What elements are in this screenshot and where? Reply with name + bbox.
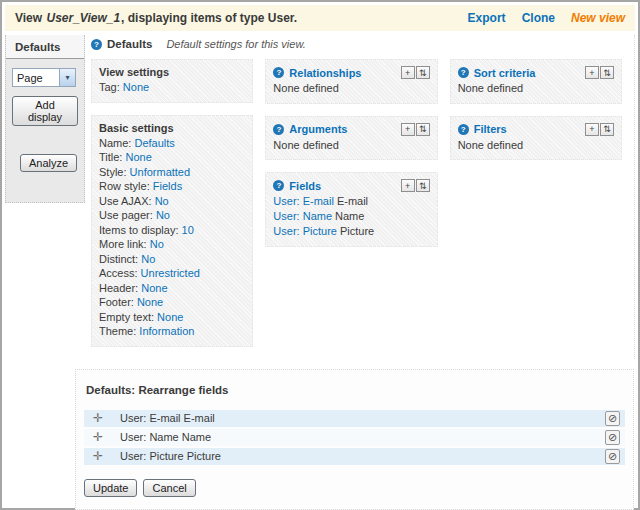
- setting-value-link[interactable]: Defaults: [134, 137, 174, 149]
- view-settings-box: View settings Tag: None: [91, 59, 253, 103]
- export-link[interactable]: Export: [468, 11, 506, 25]
- help-icon[interactable]: ?: [273, 124, 284, 135]
- defaults-heading: ? Defaults Default settings for this vie…: [91, 35, 622, 59]
- setting-value-link[interactable]: None: [141, 282, 167, 294]
- rearrange-relationships-button[interactable]: ⇅: [416, 66, 430, 79]
- new-view-link[interactable]: New view: [571, 11, 625, 25]
- tab-defaults[interactable]: Defaults: [6, 35, 84, 59]
- help-icon[interactable]: ?: [458, 124, 469, 135]
- view-name: User_View_1: [46, 11, 120, 25]
- rearrange-sorts-button[interactable]: ⇅: [600, 66, 614, 79]
- arguments-link[interactable]: Arguments: [289, 123, 347, 135]
- setting-value-link[interactable]: No: [155, 195, 169, 207]
- field-extra: Picture: [340, 225, 374, 237]
- setting-label: Distinct:: [99, 253, 138, 265]
- arguments-actions: + ⇅: [401, 123, 430, 136]
- sort-criteria-link[interactable]: Sort criteria: [474, 67, 536, 79]
- remove-field-button[interactable]: ⊘: [605, 411, 620, 426]
- view-title-bar: View User_View_1, displaying items of ty…: [5, 5, 635, 31]
- arguments-box: ? Arguments + ⇅ None defined: [265, 116, 437, 161]
- setting-value-link[interactable]: No: [150, 238, 164, 250]
- add-sort-button[interactable]: +: [585, 66, 599, 79]
- help-icon[interactable]: ?: [91, 39, 102, 50]
- setting-value-link[interactable]: Fields: [153, 180, 182, 192]
- drag-handle-icon[interactable]: ✛: [93, 430, 103, 445]
- update-button[interactable]: Update: [84, 479, 137, 497]
- column-1: View settings Tag: None Basic settings N…: [91, 59, 253, 359]
- drag-handle-icon[interactable]: ✛: [93, 411, 103, 426]
- field-link[interactable]: User: Picture: [273, 225, 337, 237]
- add-display-button[interactable]: Add display: [12, 96, 78, 126]
- setting-label: Use AJAX:: [99, 195, 152, 207]
- setting-value-link[interactable]: None: [157, 311, 183, 323]
- setting-label: Access:: [99, 267, 138, 279]
- view-settings-header: View settings: [99, 66, 245, 78]
- analyze-button[interactable]: Analyze: [20, 154, 77, 172]
- rearrange-row-label: User: Name Name: [120, 431, 211, 443]
- add-field-button[interactable]: +: [401, 179, 415, 192]
- setting-label: Tag:: [99, 81, 120, 93]
- column-3: ? Sort criteria + ⇅ None defined ?: [450, 59, 622, 359]
- setting-label: Style:: [99, 166, 127, 178]
- setting-value-link[interactable]: No: [141, 253, 155, 265]
- relationships-link[interactable]: Relationships: [289, 67, 361, 79]
- arguments-empty: None defined: [273, 138, 429, 153]
- setting-label: Empty text:: [99, 311, 154, 323]
- rearrange-row-label: User: E-mail E-mail: [120, 412, 215, 424]
- cancel-button[interactable]: Cancel: [143, 479, 195, 497]
- rearrange-row: ✛ User: E-mail E-mail ⊘: [84, 410, 625, 427]
- fields-link[interactable]: Fields: [289, 180, 321, 192]
- filters-link[interactable]: Filters: [474, 123, 507, 135]
- display-type-value: Page: [13, 72, 59, 84]
- remove-field-button[interactable]: ⊘: [605, 430, 620, 445]
- help-icon[interactable]: ?: [273, 67, 284, 78]
- setting-value-link[interactable]: 10: [182, 224, 194, 236]
- rearrange-panel-title: Defaults: Rearrange fields: [84, 378, 625, 410]
- field-link[interactable]: User: Name: [273, 210, 332, 222]
- relationships-header: ? Relationships + ⇅: [273, 66, 429, 79]
- add-relationship-button[interactable]: +: [401, 66, 415, 79]
- views-edit-page: View User_View_1, displaying items of ty…: [0, 0, 640, 510]
- filters-actions: + ⇅: [585, 123, 614, 136]
- setting-label: Items to display:: [99, 224, 178, 236]
- display-sidebar: Defaults Page ▾ Add display Analyze: [5, 35, 85, 203]
- sort-criteria-empty: None defined: [458, 81, 614, 96]
- help-icon[interactable]: ?: [458, 67, 469, 78]
- setting-row-distinct: Distinct: No: [99, 252, 245, 267]
- column-2: ? Relationships + ⇅ None defined ?: [265, 59, 437, 359]
- remove-field-button[interactable]: ⊘: [605, 449, 620, 464]
- clone-link[interactable]: Clone: [522, 11, 555, 25]
- filters-box: ? Filters + ⇅ None defined: [450, 116, 622, 161]
- rearrange-arguments-button[interactable]: ⇅: [416, 123, 430, 136]
- sort-criteria-header: ? Sort criteria + ⇅: [458, 66, 614, 79]
- setting-value-link[interactable]: Unrestricted: [141, 267, 200, 279]
- field-row-email: User: E-mailE-mail: [273, 194, 429, 209]
- setting-label: Title:: [99, 151, 122, 163]
- help-icon[interactable]: ?: [273, 180, 284, 191]
- display-type-select[interactable]: Page ▾: [12, 68, 76, 87]
- setting-row-style: Style: Unformatted: [99, 165, 245, 180]
- setting-value-link[interactable]: Unformatted: [130, 166, 191, 178]
- drag-handle-icon[interactable]: ✛: [93, 449, 103, 464]
- setting-label: Header:: [99, 282, 138, 294]
- setting-value-link[interactable]: None: [123, 81, 149, 93]
- setting-label: Row style:: [99, 180, 150, 192]
- field-link[interactable]: User: E-mail: [273, 195, 334, 207]
- setting-row-access: Access: Unrestricted: [99, 266, 245, 281]
- setting-value-link[interactable]: No: [156, 209, 170, 221]
- basic-settings-header: Basic settings: [99, 122, 245, 134]
- rearrange-row: ✛ User: Picture Picture ⊘: [84, 448, 625, 465]
- basic-settings-box: Basic settings Name: Defaults Title: Non…: [91, 115, 253, 347]
- setting-row-theme: Theme: Information: [99, 324, 245, 339]
- setting-value-link[interactable]: Information: [139, 325, 194, 337]
- defaults-heading-description: Default settings for this view.: [166, 38, 305, 50]
- rearrange-filters-button[interactable]: ⇅: [600, 123, 614, 136]
- add-argument-button[interactable]: +: [401, 123, 415, 136]
- setting-value-link[interactable]: None: [126, 151, 152, 163]
- rearrange-fields-button[interactable]: ⇅: [416, 179, 430, 192]
- add-filter-button[interactable]: +: [585, 123, 599, 136]
- setting-value-link[interactable]: None: [137, 296, 163, 308]
- setting-label: Name:: [99, 137, 131, 149]
- sort-criteria-box: ? Sort criteria + ⇅ None defined: [450, 59, 622, 104]
- view-title-prefix: View: [15, 11, 42, 25]
